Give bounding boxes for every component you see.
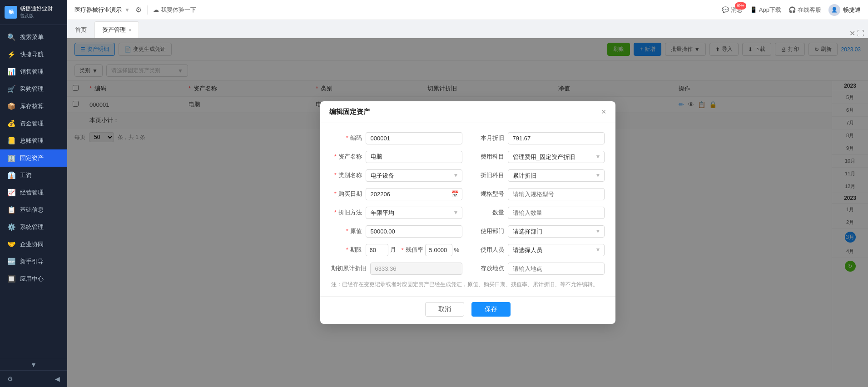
notification-icon: 💬 bbox=[722, 6, 729, 13]
category-label: * 类别名称 bbox=[331, 171, 362, 179]
sidebar-item-enterprise[interactable]: 🤝 企业协同 bbox=[0, 236, 67, 253]
sidebar-item-label: 总账管理 bbox=[20, 137, 44, 145]
save-button[interactable]: 保存 bbox=[471, 302, 511, 317]
fixed-assets-icon: 🏢 bbox=[7, 154, 15, 162]
expense-subject-wrap: 管理费用_固定资产折旧 ▼ bbox=[508, 151, 605, 163]
sidebar-item-fixed-assets[interactable]: 🏢 固定资产 bbox=[0, 149, 67, 167]
spec-model-input[interactable] bbox=[508, 188, 605, 200]
personnel-select[interactable]: 请选择人员 bbox=[508, 244, 605, 256]
user-menu[interactable]: 👤 畅捷通 bbox=[828, 4, 861, 16]
sidebar-header: 畅 畅捷通好业财 普及版 bbox=[0, 0, 67, 25]
page-content: ☰ 资产明细 📄 变更生成凭证 刷账 + 新增 批量操作 ▼ ⬆ bbox=[67, 38, 868, 387]
sidebar-item-ledger[interactable]: 📒 总账管理 bbox=[0, 132, 67, 149]
sidebar-item-label: 固定资产 bbox=[20, 154, 44, 162]
field-department: 使用部门 请选择部门 ▼ bbox=[473, 225, 605, 238]
dep-subject-label: 折旧科目 bbox=[473, 171, 504, 179]
spec-model-label: 规格型号 bbox=[473, 190, 504, 198]
quantity-input[interactable] bbox=[508, 207, 605, 219]
modal-close-btn[interactable]: × bbox=[601, 108, 606, 116]
depreciation-method-wrap: 年限平均 ▼ bbox=[366, 207, 462, 219]
period-input[interactable] bbox=[366, 244, 388, 256]
purchase-date-input[interactable] bbox=[366, 188, 462, 200]
sidebar-collapse-btn[interactable]: ▼ bbox=[30, 361, 37, 368]
category-select[interactable]: 电子设备 bbox=[366, 169, 462, 182]
sidebar-item-label: 经营管理 bbox=[20, 189, 44, 197]
sidebar-item-payroll[interactable]: 👔 工资 bbox=[0, 167, 67, 184]
sidebar-item-system[interactable]: ⚙️ 系统管理 bbox=[0, 218, 67, 236]
sidebar-item-label: 企业协同 bbox=[20, 240, 44, 248]
field-depreciation-method: * 折旧方法 年限平均 ▼ bbox=[331, 207, 462, 219]
username: 畅捷通 bbox=[843, 6, 861, 14]
sidebar-item-operations[interactable]: 📈 经营管理 bbox=[0, 184, 67, 201]
department-select[interactable]: 请选择部门 bbox=[508, 225, 605, 238]
sidebar-item-basic-info[interactable]: 📋 基础信息 bbox=[0, 201, 67, 218]
company-dropdown-icon: ▼ bbox=[124, 7, 130, 13]
sidebar-item-label: 新手引导 bbox=[20, 258, 44, 266]
sales-icon: 📊 bbox=[7, 68, 15, 76]
modal-overlay: 编辑固定资产 × * 编码 bbox=[67, 38, 868, 387]
modal-title: 编辑固定资产 bbox=[329, 108, 370, 116]
code-label: * 编码 bbox=[331, 134, 362, 142]
depreciation-method-select[interactable]: 年限平均 bbox=[366, 207, 462, 219]
initial-depreciation-label: 期初累计折旧 bbox=[331, 264, 367, 273]
sidebar-item-app-center[interactable]: 🔲 应用中心 bbox=[0, 270, 67, 288]
storage-input[interactable] bbox=[508, 263, 605, 275]
expense-subject-select[interactable]: 管理费用_固定资产折旧 bbox=[508, 151, 605, 163]
sidebar-item-label: 销售管理 bbox=[20, 68, 44, 76]
calendar-icon: 📅 bbox=[451, 190, 459, 198]
topbar-divider bbox=[147, 5, 148, 15]
modal-header: 编辑固定资产 × bbox=[320, 101, 615, 123]
app-download-btn[interactable]: 📱 App下载 bbox=[750, 6, 781, 14]
this-month-dep-input[interactable] bbox=[508, 132, 605, 144]
topbar-settings-icon[interactable]: ⚙ bbox=[135, 5, 142, 14]
field-expense-subject: 费用科目 管理费用_固定资产折旧 ▼ bbox=[473, 151, 605, 163]
field-quantity: 数量 bbox=[473, 207, 605, 219]
asset-name-input[interactable] bbox=[366, 151, 462, 163]
notification-badge: 99+ bbox=[735, 2, 746, 10]
original-value-input[interactable] bbox=[366, 225, 462, 238]
sidebar-item-finance[interactable]: 💰 资金管理 bbox=[0, 115, 67, 132]
code-input[interactable] bbox=[366, 132, 462, 144]
company-selector[interactable]: 医疗器械行业演示 ▼ bbox=[74, 6, 130, 14]
settings-icon[interactable]: ⚙ bbox=[7, 375, 13, 382]
sidebar-item-guide[interactable]: 🆕 新手引导 bbox=[0, 253, 67, 270]
field-category: * 类别名称 电子设备 ▼ bbox=[331, 169, 462, 182]
original-value-label: * 原值 bbox=[331, 227, 362, 235]
notification-btn[interactable]: 💬 消息 99+ bbox=[722, 6, 743, 14]
department-label: 使用部门 bbox=[473, 227, 504, 235]
tab-maximize-icon[interactable]: ⛶ bbox=[857, 30, 864, 38]
topbar: 医疗器械行业演示 ▼ ⚙ ☁ 我要体验一下 💬 消息 99+ 📱 App下载 🎧… bbox=[67, 0, 868, 20]
system-icon: ⚙️ bbox=[7, 223, 15, 231]
sidebar-item-purchase[interactable]: 🛒 采购管理 bbox=[0, 80, 67, 98]
residual-rate-input[interactable] bbox=[425, 244, 452, 256]
tab-close-window-icon[interactable]: ✕ bbox=[849, 29, 855, 38]
dep-subject-select[interactable]: 累计折旧 bbox=[508, 169, 605, 182]
field-this-month-depreciation: 本月折旧 bbox=[473, 132, 605, 144]
depreciation-method-label: * 折旧方法 bbox=[331, 208, 362, 217]
department-wrap: 请选择部门 ▼ bbox=[508, 225, 605, 238]
modal-body: * 编码 * 资产名称 bbox=[320, 123, 615, 296]
field-depreciation-subject: 折旧科目 累计折旧 ▼ bbox=[473, 169, 605, 182]
tab-close-icon[interactable]: × bbox=[129, 27, 131, 33]
main-content: 医疗器械行业演示 ▼ ⚙ ☁ 我要体验一下 💬 消息 99+ 📱 App下载 🎧… bbox=[67, 0, 868, 387]
sidebar-item-sales[interactable]: 📊 销售管理 bbox=[0, 63, 67, 80]
user-avatar: 👤 bbox=[828, 4, 840, 16]
tab-asset-management[interactable]: 资产管理 × bbox=[94, 21, 139, 38]
field-spec-model: 规格型号 bbox=[473, 188, 605, 200]
collapse-sidebar-icon[interactable]: ◀ bbox=[55, 375, 60, 382]
quantity-label: 数量 bbox=[473, 208, 504, 217]
sidebar-item-quick-nav[interactable]: ⚡ 快捷导航 bbox=[0, 46, 67, 63]
sidebar-item-search[interactable]: 🔍 搜索菜单 bbox=[0, 29, 67, 46]
sidebar-item-inventory[interactable]: 📦 库存核算 bbox=[0, 98, 67, 115]
inventory-icon: 📦 bbox=[7, 102, 15, 110]
modal-left-col: * 编码 * 资产名称 bbox=[331, 132, 462, 275]
sidebar-item-label: 工资 bbox=[20, 171, 32, 179]
cancel-button[interactable]: 取消 bbox=[425, 302, 464, 317]
modal-note: 注：已经存在变更记录或者对应固定资产已经生成凭证，原值、购买日期、残值率、累计折… bbox=[331, 280, 605, 289]
service-btn[interactable]: 🎧 在线客服 bbox=[789, 6, 821, 14]
tab-home[interactable]: 首页 bbox=[67, 21, 94, 38]
headset-icon: 🎧 bbox=[789, 6, 796, 13]
experience-btn[interactable]: ☁ 我要体验一下 bbox=[153, 6, 196, 14]
guide-icon: 🆕 bbox=[7, 258, 15, 266]
app-center-icon: 🔲 bbox=[7, 275, 15, 283]
